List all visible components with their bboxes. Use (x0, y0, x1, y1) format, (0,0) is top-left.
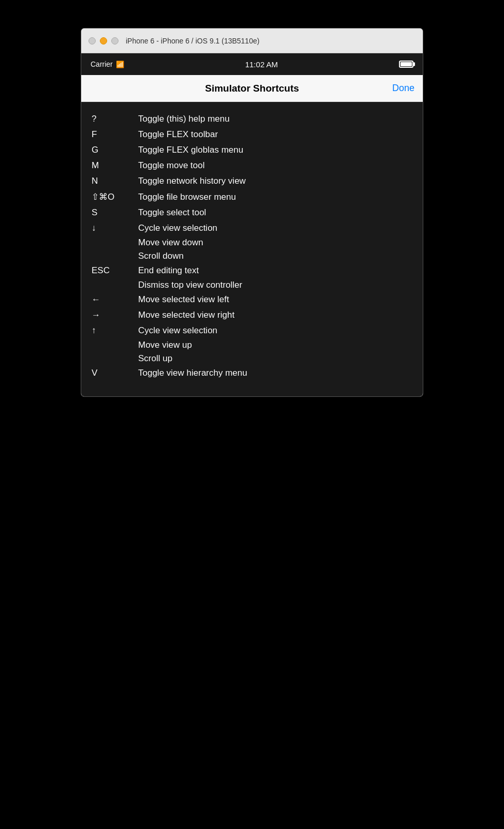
nav-title: Simulator Shortcuts (205, 83, 299, 94)
shortcut-desc: Toggle select tool (138, 208, 206, 218)
shortcut-row: SToggle select tool (92, 205, 412, 220)
shortcut-desc: Toggle view hierarchy menu (138, 368, 247, 378)
shortcut-desc: End editing text (138, 265, 199, 276)
shortcut-row: ⇧⌘OToggle file browser menu (92, 189, 412, 205)
title-bar: iPhone 6 - iPhone 6 / iOS 9.1 (13B5110e) (81, 28, 423, 53)
shortcut-row: ↑Cycle view selection (92, 323, 412, 338)
shortcut-desc: Toggle FLEX globlas menu (138, 145, 243, 155)
shortcut-row: ESCEnd editing text (92, 263, 412, 278)
shortcut-key: ← (92, 294, 138, 305)
shortcut-sub-desc: Move view up (138, 340, 192, 350)
shortcut-key: F (92, 129, 138, 140)
shortcut-key: N (92, 176, 138, 186)
shortcut-desc: Toggle move tool (138, 160, 205, 171)
shortcut-key: ↑ (92, 325, 138, 336)
shortcut-sub-desc: Scroll down (138, 251, 184, 261)
shortcut-sub-row: Move view up (92, 338, 412, 352)
shortcut-sub-row: Scroll down (92, 249, 412, 263)
shortcut-key: → (92, 310, 138, 320)
minimize-button[interactable] (100, 37, 107, 45)
shortcut-key: M (92, 160, 138, 171)
wifi-icon: 📶 (116, 61, 124, 68)
shortcut-sub-desc: Scroll up (138, 353, 172, 364)
shortcut-sub-row: Dismiss top view controller (92, 278, 412, 292)
shortcut-desc: Move selected view left (138, 294, 229, 305)
battery-indicator (399, 61, 413, 68)
traffic-lights (88, 37, 118, 45)
shortcut-desc: Move selected view right (138, 310, 234, 320)
shortcut-key: S (92, 208, 138, 218)
shortcut-desc: Toggle file browser menu (138, 192, 236, 202)
shortcut-key: ↓ (92, 223, 138, 233)
shortcut-row: ↓Cycle view selection (92, 220, 412, 236)
battery-fill (401, 62, 412, 66)
shortcut-key: G (92, 145, 138, 155)
done-button[interactable]: Done (392, 83, 414, 94)
shortcut-desc: Cycle view selection (138, 325, 217, 336)
window-title: iPhone 6 - iPhone 6 / iOS 9.1 (13B5110e) (126, 37, 259, 45)
close-button[interactable] (88, 37, 96, 45)
shortcut-key: ESC (92, 265, 138, 276)
shortcut-desc: Toggle (this) help menu (138, 114, 230, 124)
shortcut-sub-row: Scroll up (92, 352, 412, 365)
shortcut-key: V (92, 368, 138, 378)
shortcut-key: ? (92, 114, 138, 124)
shortcut-row: NToggle network history view (92, 173, 412, 189)
shortcut-row: ←Move selected view left (92, 292, 412, 307)
shortcut-row: GToggle FLEX globlas menu (92, 142, 412, 158)
shortcut-sub-row: Move view down (92, 236, 412, 249)
shortcut-desc: Toggle network history view (138, 176, 246, 186)
carrier-label: Carrier (91, 60, 113, 68)
shortcut-row: MToggle move tool (92, 158, 412, 173)
shortcut-key: ⇧⌘O (92, 191, 138, 202)
status-left: Carrier 📶 (91, 60, 124, 68)
shortcut-sub-desc: Move view down (138, 238, 203, 248)
shortcut-row: →Move selected view right (92, 307, 412, 323)
time-label: 11:02 AM (245, 60, 278, 69)
fullscreen-button[interactable] (111, 37, 118, 45)
shortcut-row: FToggle FLEX toolbar (92, 127, 412, 142)
shortcut-row: VToggle view hierarchy menu (92, 365, 412, 381)
simulator-window: iPhone 6 - iPhone 6 / iOS 9.1 (13B5110e)… (81, 28, 423, 396)
battery-icon (399, 61, 413, 68)
shortcut-row: ?Toggle (this) help menu (92, 111, 412, 127)
shortcut-sub-desc: Dismiss top view controller (138, 280, 242, 290)
status-bar: Carrier 📶 11:02 AM (81, 53, 423, 75)
nav-bar: Simulator Shortcuts Done (81, 75, 423, 102)
shortcut-desc: Cycle view selection (138, 223, 217, 233)
shortcuts-list: ?Toggle (this) help menuFToggle FLEX too… (81, 102, 423, 396)
shortcut-desc: Toggle FLEX toolbar (138, 129, 218, 140)
